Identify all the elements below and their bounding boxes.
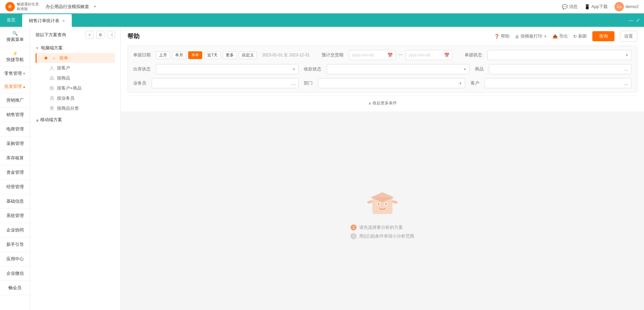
app-title-dropdown[interactable]: ▼ (93, 5, 97, 8)
scheme-item-by-cust-prod[interactable]: 组 按客户+商品 (36, 83, 115, 93)
page-header: 帮助 ❓ 帮助 🖨 按模板打印 ▼ 📤 导出 (121, 27, 644, 111)
scheme-item-by-customer[interactable]: 人 按客户 (36, 63, 115, 73)
salesperson-more-btn[interactable]: ... (291, 80, 296, 86)
sidebar-item-quick-nav[interactable]: ⚡ 快捷导航 (0, 47, 30, 67)
sidebar-item-ecommerce[interactable]: 电商管理 (0, 122, 30, 137)
sidebar-item-marketing[interactable]: 营销推广 (0, 93, 30, 108)
refresh-btn[interactable]: ↻ 刷新 (573, 33, 587, 39)
scheme-group-mobile-header[interactable]: ▶ 移动端方案 (36, 115, 115, 125)
receipt-status-arrow: ▼ (463, 67, 467, 71)
tab-home[interactable]: 首页 (0, 13, 22, 27)
scheme-item-by-product[interactable]: 品 按商品 (36, 73, 115, 83)
customer-input[interactable]: ... (485, 78, 632, 88)
date-btn-custom[interactable]: 自定义 (239, 51, 257, 59)
sidebar-item-enterprise-wechat[interactable]: 企业微信 (0, 266, 30, 281)
by-order-icon: ○ (51, 56, 57, 61)
top-bar-left: 好 畅捷通好生意 标准版 办公用品行业模拟账套 ▼ (5, 2, 97, 11)
by-cust-prod-label: 按客户+商品 (57, 85, 82, 91)
sidebar-item-wholesale[interactable]: 批发管理 ▲ (0, 80, 30, 93)
sidebar-item-basics[interactable]: 基础信息 (0, 194, 30, 209)
dept-label: 部门 (304, 80, 313, 86)
help-btn[interactable]: ❓ 帮助 (494, 33, 509, 39)
page-title: 帮助 (127, 32, 140, 40)
settings-button[interactable]: 设置 (620, 31, 637, 42)
by-product-label: 按商品 (57, 75, 70, 81)
quick-nav-icon: ⚡ (12, 51, 18, 56)
tip-text-2: 用[过滤]条件来缩小分析范围 (359, 233, 414, 239)
print-arrow: ▼ (544, 35, 547, 38)
operations-label: 经营管理 (6, 184, 24, 190)
sidebar-item-app-center[interactable]: 应用中心 (0, 252, 30, 266)
date-btn-last-month[interactable]: 上月 (156, 51, 170, 59)
sidebar-item-search-menu[interactable]: 🔍 搜索菜单 (0, 27, 30, 47)
tab-close-icon[interactable]: ✕ (62, 19, 65, 23)
empty-tip-2: 2 用[过滤]条件来缩小分析范围 (351, 233, 414, 239)
sidebar-item-purchase[interactable]: 采购管理 (0, 137, 30, 151)
page-action-group: ❓ 帮助 🖨 按模板打印 ▼ 📤 导出 ↻ (494, 31, 637, 42)
ecommerce-label: 电商管理 (6, 126, 24, 132)
status-select[interactable]: ▼ (487, 50, 632, 60)
maximize-btn[interactable]: ⤢ (636, 17, 640, 23)
print-btn[interactable]: 🖨 按模板打印 ▼ (515, 33, 547, 39)
status-label: 单据状态 (465, 52, 482, 58)
by-category-icon: 类 (49, 105, 54, 111)
sidebar-item-operations[interactable]: 经营管理 (0, 180, 30, 194)
add-scheme-btn[interactable]: + (86, 31, 94, 39)
user-avatar: Ea (614, 2, 624, 11)
sidebar-item-system[interactable]: 系统管理 (0, 209, 30, 223)
sidebar-item-finance[interactable]: 资金管理 (0, 165, 30, 180)
by-product-icon: 品 (49, 75, 54, 81)
sidebar-item-member[interactable]: 畅会员 (0, 281, 30, 295)
predict-date-start[interactable]: yyyy-mm-dd 📅 (349, 50, 396, 60)
export-btn[interactable]: 📤 导出 (552, 33, 568, 39)
logo-text: 畅捷通好生意 标准版 (17, 2, 39, 11)
out-status-select[interactable]: ▼ (156, 64, 299, 74)
newbie-label: 新手引导 (6, 242, 24, 248)
search-menu-icon: 🔍 (12, 31, 18, 36)
export-label: 导出 (559, 33, 568, 39)
empty-state: 1 请先选择要分析的方案 2 用[过滤]条件来缩小分析范围 (121, 111, 644, 310)
product-input[interactable]: ... (489, 64, 632, 74)
tip-num-1: 1 (351, 224, 357, 230)
scheme-item-by-category[interactable]: 类 按商品分类 (36, 103, 115, 113)
tab-bar: 首页 销售订单统计表 ✕ — ⤢ (0, 13, 644, 27)
sidebar-item-enterprise[interactable]: 企业协同 (0, 223, 30, 238)
dept-select[interactable]: ▼ (318, 78, 465, 88)
scheme-item-by-salesperson[interactable]: 员 按业务员 (36, 93, 115, 103)
scheme-item-by-order[interactable]: ○ 按单 (36, 53, 115, 63)
collapse-conditions-btn[interactable]: ∧ 收起更多条件 (366, 98, 399, 109)
left-panel: 按以下方案查询 + ⚙ 《 ▼ 电脑端方案 ○ (30, 27, 121, 310)
date-btn-last-7days[interactable]: 近7天 (204, 51, 221, 59)
date-btn-this-year[interactable]: 本年 (188, 51, 202, 59)
retail-label: 零售管理 (4, 70, 22, 76)
predict-date-end[interactable]: yyyy-mm-dd 📅 (406, 50, 452, 60)
help-icon: ❓ (494, 34, 499, 39)
user-area[interactable]: Ea demo2 (614, 2, 639, 11)
content-area: 按以下方案查询 + ⚙ 《 ▼ 电脑端方案 ○ (30, 27, 644, 310)
product-more-btn[interactable]: ... (624, 66, 629, 72)
sidebar-item-sales[interactable]: 销售管理 (0, 108, 30, 122)
app-download-btn[interactable]: 📱 App下载 (584, 4, 608, 10)
settings-scheme-btn[interactable]: ⚙ (96, 31, 104, 39)
svg-rect-6 (392, 200, 398, 204)
collapse-panel-btn[interactable]: 《 (107, 31, 115, 39)
date-btn-this-month[interactable]: 本月 (172, 51, 186, 59)
sidebar-item-inventory[interactable]: 库存核算 (0, 151, 30, 165)
search-button[interactable]: 查询 (592, 31, 614, 41)
download-icon: 📱 (584, 4, 590, 9)
tab-sales-stat[interactable]: 销售订单统计表 ✕ (22, 14, 72, 28)
refresh-icon: ↻ (573, 34, 577, 39)
user-name: demo2 (625, 4, 639, 9)
top-bar: 好 畅捷通好生意 标准版 办公用品行业模拟账套 ▼ 💬 消息 📱 App下载 E… (0, 0, 644, 13)
message-btn[interactable]: 💬 消息 (562, 4, 578, 10)
receipt-status-select[interactable]: ▼ (327, 64, 469, 74)
salesperson-label: 业务员 (133, 80, 146, 86)
sidebar-item-retail[interactable]: 零售管理 ▼ (0, 67, 30, 80)
scheme-group-pc-header[interactable]: ▼ 电脑端方案 (36, 43, 115, 53)
salesperson-input[interactable]: ... (152, 78, 299, 88)
sidebar-item-newbie[interactable]: 新手引导 (0, 238, 30, 252)
minimize-btn[interactable]: — (629, 17, 633, 23)
customer-more-btn[interactable]: ... (624, 80, 629, 86)
date-quick-buttons: 上月 本月 本年 近7天 更多 自定义 (156, 51, 257, 59)
date-btn-more[interactable]: 更多 (223, 51, 237, 59)
